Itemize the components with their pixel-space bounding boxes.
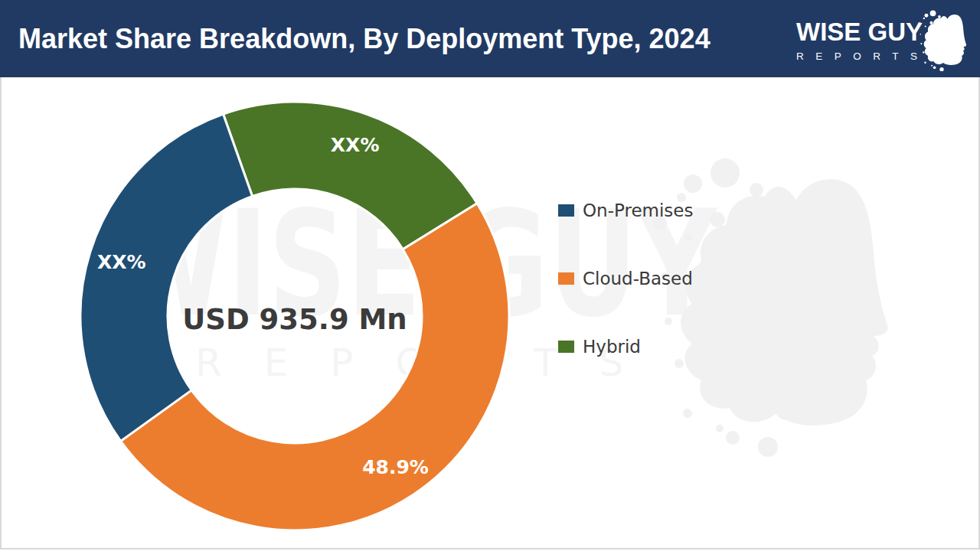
logo-face-icon bbox=[918, 10, 966, 71]
legend-swatch-icon bbox=[558, 341, 574, 353]
legend-item-on-premises: On-Premises bbox=[558, 198, 693, 223]
wise-guy-reports-logo: WISE GUY REPORTS bbox=[790, 6, 970, 71]
logo-wordmark: WISE GUY bbox=[796, 18, 923, 46]
legend: On-PremisesCloud-BasedHybrid bbox=[558, 198, 693, 403]
slice-value-label: XX% bbox=[331, 134, 380, 156]
slice-value-label: XX% bbox=[97, 251, 146, 273]
legend-swatch-icon bbox=[558, 204, 574, 217]
page-title: Market Share Breakdown, By Deployment Ty… bbox=[18, 0, 710, 77]
header-bar: Market Share Breakdown, By Deployment Ty… bbox=[0, 0, 980, 77]
legend-label: On-Premises bbox=[583, 201, 693, 220]
logo-subtext: REPORTS bbox=[796, 51, 929, 62]
donut-chart: XX%48.9%XX% USD 935.9 Mn bbox=[2, 77, 978, 548]
legend-label: Hybrid bbox=[583, 337, 641, 357]
legend-label: Cloud-Based bbox=[583, 269, 693, 289]
legend-swatch-icon bbox=[558, 272, 574, 285]
legend-item-hybrid: Hybrid bbox=[558, 334, 693, 359]
slice-value-label: 48.9% bbox=[362, 456, 429, 478]
donut-segment-on-premises bbox=[80, 114, 253, 441]
donut-center-label: USD 935.9 Mn bbox=[182, 303, 407, 336]
legend-item-cloud-based: Cloud-Based bbox=[558, 266, 693, 291]
chart-area: WISE GUY REPORTS XX%48.9%XX% USD 935.9 M… bbox=[0, 77, 980, 549]
